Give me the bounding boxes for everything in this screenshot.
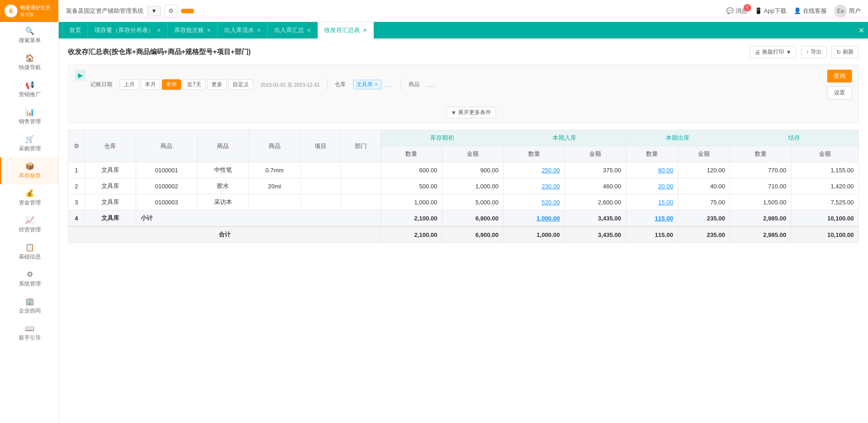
- sidebar-item-label-operation: 经营管理: [19, 226, 41, 234]
- user-avatar: Ea: [834, 5, 847, 17]
- col-opening-qty-header: 数量: [381, 146, 442, 162]
- topbar: 装备及固定资产辅助管理系统 ▼ ⚙ 💬 消息 6 📱 App下载: [59, 0, 868, 22]
- subtotal-warehouse: 文具库: [85, 210, 136, 227]
- table-container: ⚙ 仓库 商品 商品 商品 项目 部门 库存期初 本期入库 本期出库 结存: [68, 130, 859, 243]
- goods-more[interactable]: ...: [427, 81, 436, 89]
- col-spec-header: 商品: [249, 130, 300, 162]
- row-code: 0100001: [136, 162, 197, 178]
- row-out-qty[interactable]: 15.00: [626, 194, 678, 210]
- sidebar-item-enterprise[interactable]: 🏢企业协同: [0, 292, 58, 319]
- sidebar-item-purchase[interactable]: 🛒采购管理: [0, 130, 58, 157]
- tab-close-recv-send-summary[interactable]: ✕: [363, 27, 367, 33]
- system-icon: ⚙: [27, 270, 33, 279]
- table-row: 1 文具库 0100001 中性笔 0.7mm 600.00 900.00 25…: [68, 162, 859, 178]
- online-service-action[interactable]: 👤 在线客服: [794, 7, 827, 15]
- row-balance-qty: 1,505.00: [730, 194, 791, 210]
- sidebar-item-operation[interactable]: 📈经营管理: [0, 211, 58, 238]
- row-spec: 20ml: [249, 178, 300, 194]
- row-in-qty[interactable]: 230.00: [503, 178, 565, 194]
- finance-icon: 💰: [25, 189, 34, 198]
- sidebar-item-quick-nav[interactable]: 🏠快捷导航: [0, 49, 58, 76]
- tab-home[interactable]: 首页: [62, 22, 88, 38]
- date-btn-本月[interactable]: 本月: [141, 79, 160, 90]
- subtotal-out-qty[interactable]: 115.00: [626, 210, 678, 227]
- row-out-qty[interactable]: 80.00: [626, 162, 678, 178]
- tab-close-inventory-dist[interactable]: ✕: [157, 27, 161, 33]
- system-title: 装备及固定资产辅助管理系统: [66, 7, 144, 15]
- refresh-btn[interactable]: ↻ 刷新: [831, 46, 859, 58]
- sidebar-item-sales[interactable]: 📊销售管理: [0, 103, 58, 130]
- experience-btn[interactable]: [181, 9, 194, 13]
- warehouse-tag-label: 文具库: [356, 81, 373, 88]
- sidebar-item-label-search: 搜索菜单: [19, 37, 41, 44]
- topbar-left: 装备及固定资产辅助管理系统 ▼ ⚙: [66, 5, 194, 17]
- tab-in-out-summary[interactable]: 出入库汇总✕: [268, 22, 318, 38]
- topbar-system-dropdown[interactable]: ▼: [147, 6, 161, 16]
- expand-more-btn[interactable]: ▼ 展开更多条件: [446, 107, 497, 118]
- col-in-amt-header: 金额: [564, 146, 626, 162]
- subtotal-in-qty[interactable]: 1,000.00: [503, 210, 565, 227]
- date-buttons: 上月本月本年近7天更多自定义: [120, 79, 253, 90]
- date-btn-更多[interactable]: 更多: [207, 79, 227, 90]
- row-in-amt: 460.00: [564, 178, 626, 194]
- tab-in-out-flow[interactable]: 出入库流水✕: [218, 22, 268, 38]
- row-opening-qty: 1,000.00: [381, 194, 442, 210]
- warehouse-tag-close[interactable]: ✕: [374, 82, 378, 88]
- col-opening-header: 库存期初: [381, 130, 503, 146]
- page-content: 收发存汇总表(按仓库+商品编码+商品+规格型号+项目+部门) 🖨 换版打印 ▼ …: [59, 38, 868, 423]
- date-btn-近7天[interactable]: 近7天: [183, 79, 205, 90]
- tab-close-in-out-flow[interactable]: ✕: [257, 27, 261, 33]
- tab-label-inventory-dist: 现存量（库存分布表）: [94, 26, 154, 34]
- filter-area: ▶ 记账日期 上月本月本年近7天更多自定义 2023-01-01 至 2023-…: [68, 65, 859, 123]
- service-icon: 👤: [794, 7, 801, 14]
- app-download-action[interactable]: 📱 App下载: [755, 7, 786, 15]
- sidebar-item-inventory[interactable]: 📦库存核算: [0, 157, 58, 184]
- tab-bar-close-btn[interactable]: ✕: [858, 26, 864, 35]
- sidebar-item-finance[interactable]: 💰资金管理: [0, 184, 58, 211]
- total-balance-amt: 10,100.00: [791, 226, 858, 243]
- row-opening-qty: 600.00: [381, 162, 442, 178]
- newbie-icon: 📖: [25, 324, 34, 333]
- setting-btn[interactable]: 设置: [827, 86, 852, 99]
- table-row: 2 文具库 0100002 胶水 20ml 500.00 1,000.00 23…: [68, 178, 859, 194]
- sidebar-item-base-info[interactable]: 📋基础信息: [0, 238, 58, 265]
- col-balance-qty-header: 数量: [730, 146, 791, 162]
- tab-inventory-dist[interactable]: 现存量（库存分布表）✕: [88, 22, 168, 38]
- tab-batch-account[interactable]: 库存批次账✕: [168, 22, 218, 38]
- tab-close-batch-account[interactable]: ✕: [207, 27, 211, 33]
- sidebar-item-newbie[interactable]: 📖新手引导: [0, 319, 58, 346]
- row-in-qty[interactable]: 520.00: [503, 194, 565, 210]
- tab-close-in-out-summary[interactable]: ✕: [307, 27, 311, 33]
- dropdown-arrow-icon: ▼: [151, 8, 157, 14]
- message-icon: 💬: [726, 7, 734, 14]
- export-btn[interactable]: ↑ 导出: [801, 46, 827, 58]
- sidebar-menu: 🔍搜索菜单🏠快捷导航📢营销推广📊销售管理🛒采购管理📦库存核算💰资金管理📈经营管理…: [0, 22, 58, 423]
- col-settings-header[interactable]: ⚙: [68, 130, 85, 162]
- sidebar-item-label-system: 系统管理: [19, 280, 41, 288]
- col-balance-amt-header: 金额: [791, 146, 858, 162]
- row-in-qty[interactable]: 250.00: [503, 162, 565, 178]
- subtotal-balance-qty: 2,985.00: [730, 210, 791, 227]
- sidebar-item-search[interactable]: 🔍搜索菜单: [0, 22, 58, 49]
- row-in-amt: 2,600.00: [564, 194, 626, 210]
- filter-sep-1: [327, 79, 327, 90]
- warehouse-more[interactable]: ...: [384, 81, 393, 89]
- date-btn-上月[interactable]: 上月: [120, 79, 139, 90]
- warehouse-tag[interactable]: 文具库 ✕: [353, 80, 381, 89]
- sidebar-item-system[interactable]: ⚙系统管理: [0, 265, 58, 292]
- tab-recv-send-summary[interactable]: 收发存汇总表✕: [318, 22, 374, 38]
- query-btn[interactable]: 查询: [827, 70, 852, 82]
- topbar-gear-button[interactable]: ⚙: [165, 5, 177, 17]
- filter-toggle-btn[interactable]: ▶: [75, 70, 86, 81]
- user-action[interactable]: Ea 用户: [834, 5, 861, 17]
- col-name-header: 商品: [197, 130, 249, 162]
- sidebar-item-marketing[interactable]: 📢营销推广: [0, 76, 58, 103]
- date-btn-自定义[interactable]: 自定义: [228, 79, 253, 90]
- message-action[interactable]: 💬 消息 6: [726, 7, 747, 15]
- row-out-qty[interactable]: 20.00: [626, 178, 678, 194]
- tab-bar: 首页现存量（库存分布表）✕库存批次账✕出入库流水✕出入库汇总✕收发存汇总表✕✕: [59, 22, 868, 38]
- print-btn[interactable]: 🖨 换版打印 ▼: [750, 46, 796, 58]
- date-btn-本年[interactable]: 本年: [162, 79, 181, 90]
- print-icon: 🖨: [755, 49, 760, 55]
- col-out-qty-header: 数量: [626, 146, 678, 162]
